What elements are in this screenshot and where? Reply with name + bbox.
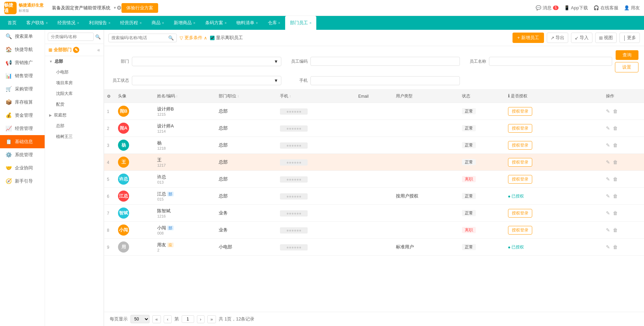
close-icon[interactable]: ×	[77, 21, 79, 25]
gear-icon[interactable]: ⚙	[117, 5, 121, 11]
online-service-btn[interactable]: 🎧 在线客服	[593, 5, 618, 11]
emp-code-input[interactable]	[310, 57, 460, 66]
dept-edit-icon[interactable]: ✎	[73, 47, 79, 53]
edit-icon[interactable]: ✎	[606, 210, 610, 216]
user-btn[interactable]: 👤 用友	[624, 5, 640, 11]
delete-icon[interactable]: 🗑	[613, 193, 618, 199]
auth-login-btn[interactable]: 授权登录	[508, 141, 532, 150]
sidebar-item-marketing[interactable]: 📢 营销推广	[0, 56, 45, 69]
import-btn[interactable]: ↙ 导入	[571, 33, 592, 43]
edit-icon[interactable]: ✎	[606, 108, 610, 114]
close-icon[interactable]: ×	[139, 21, 142, 25]
dept-item-shenyang[interactable]: 沈阳大库	[45, 88, 103, 99]
tab-barcode[interactable]: 条码方案 ×	[200, 16, 232, 30]
tab-operation[interactable]: 经营情况 ×	[53, 16, 84, 30]
status-select[interactable]: ▼	[132, 76, 281, 85]
dept-item-planting[interactable]: 植树王三	[45, 131, 103, 142]
more-btn[interactable]: │ 更多	[619, 33, 640, 43]
dept-select[interactable]: ▼	[132, 57, 281, 66]
tab-history[interactable]: 经营历程 ×	[115, 16, 146, 30]
export-btn[interactable]: ↗ 导出	[547, 33, 568, 43]
tab-goods[interactable]: 商品 ×	[147, 16, 169, 30]
sidebar-item-system[interactable]: ⚙️ 系统管理	[0, 148, 45, 161]
th-dept-position[interactable]: 部门/职位	[216, 90, 278, 103]
dept-all-label[interactable]: ⊞ 全部部门 ✎	[48, 47, 79, 53]
th-name-code[interactable]: 姓名/编码	[154, 90, 216, 103]
view-btn[interactable]: ⊞ 视图	[595, 33, 617, 43]
sidebar-item-finance[interactable]: 💰 资金管理	[0, 109, 45, 122]
tab-customer[interactable]: 客户联络 ×	[21, 16, 53, 30]
page-input[interactable]	[182, 315, 194, 323]
delete-icon[interactable]: 🗑	[613, 210, 618, 216]
auth-login-btn[interactable]: 授权登录	[508, 175, 532, 184]
close-icon[interactable]: ×	[309, 21, 311, 25]
auth-login-btn[interactable]: 授权登录	[508, 226, 532, 235]
sidebar-item-guide[interactable]: 🧭 新手引导	[0, 175, 45, 188]
last-page-btn[interactable]: »	[207, 315, 216, 323]
dept-item-project[interactable]: 项目库房	[45, 78, 103, 88]
sidebar-item-sales[interactable]: 📊 销售管理	[0, 69, 45, 82]
edit-icon[interactable]: ✎	[606, 125, 610, 131]
edit-icon[interactable]: ✎	[606, 176, 610, 182]
show-former-checkbox[interactable]	[210, 36, 215, 40]
dept-item-headquarters[interactable]: ▼ 总部	[45, 56, 103, 67]
dept-item-shuangtingxiang[interactable]: ▶双庭想	[45, 110, 103, 121]
delete-icon[interactable]: 🗑	[613, 125, 618, 131]
emp-name-input[interactable]	[489, 57, 612, 66]
sidebar-item-inventory[interactable]: 📦 库存核算	[0, 96, 45, 109]
sidebar-item-quick-nav[interactable]: 🏠 快捷导航	[0, 43, 45, 56]
tab-new-goods[interactable]: 新增商品 ×	[169, 16, 200, 30]
sidebar-item-basic[interactable]: 📋 基础信息	[0, 135, 45, 148]
auth-login-btn[interactable]: 授权登录	[508, 158, 532, 167]
tab-profit[interactable]: 利润报告 ×	[84, 16, 115, 30]
delete-icon[interactable]: 🗑	[613, 244, 618, 250]
close-icon[interactable]: ×	[193, 21, 195, 25]
delete-icon[interactable]: 🗑	[613, 142, 618, 148]
auth-login-btn[interactable]: 授权登录	[508, 124, 532, 133]
dept-collapse-btn[interactable]: «	[97, 47, 100, 53]
auth-login-btn[interactable]: 授权登录	[508, 107, 532, 116]
close-icon[interactable]: ×	[162, 21, 164, 25]
tab-bom[interactable]: 物料清单 ×	[232, 16, 263, 30]
edit-icon[interactable]: ✎	[606, 142, 610, 148]
trial-button[interactable]: 体验行业方案	[121, 3, 158, 13]
edit-icon[interactable]: ✎	[606, 159, 610, 165]
next-page-btn[interactable]: ›	[197, 315, 205, 323]
dept-search-icon[interactable]: 🔍	[95, 34, 101, 39]
add-employee-button[interactable]: + 新增员工	[513, 33, 544, 43]
app-download-btn[interactable]: 📱 App下载	[564, 5, 588, 11]
set-button[interactable]: 设置	[615, 62, 638, 72]
dept-search-input[interactable]	[48, 33, 94, 41]
sidebar-item-cooperation[interactable]: 🤝 企业协同	[0, 161, 45, 175]
tab-home[interactable]: 首页	[3, 16, 21, 30]
message-btn[interactable]: 💬 消息 5	[536, 5, 559, 11]
show-former-label[interactable]: 显示离职员工	[210, 35, 243, 41]
prev-page-btn[interactable]: ‹	[164, 315, 171, 323]
first-page-btn[interactable]: «	[152, 315, 161, 323]
th-phone[interactable]: 手机	[277, 90, 355, 103]
dept-item-small-elec[interactable]: 小电部	[45, 67, 103, 78]
edit-icon[interactable]: ✎	[606, 193, 610, 199]
sidebar-item-search[interactable]: 🔍 搜索菜单	[0, 30, 45, 43]
edit-icon[interactable]: ✎	[606, 244, 610, 250]
close-icon[interactable]: ×	[225, 21, 227, 25]
close-icon[interactable]: ×	[256, 21, 258, 25]
edit-icon[interactable]: ✎	[606, 227, 610, 233]
th-settings[interactable]: ⚙	[104, 90, 115, 103]
system-title-dropdown[interactable]: ▼	[113, 6, 117, 10]
auth-login-btn[interactable]: 授权登录	[508, 209, 532, 218]
sidebar-item-operation[interactable]: 📈 经营管理	[0, 122, 45, 135]
delete-icon[interactable]: 🗑	[613, 176, 618, 182]
query-button[interactable]: 查询	[616, 50, 638, 60]
dept-item-distribution[interactable]: 配货	[45, 99, 103, 110]
search-icon[interactable]: 🔍	[168, 35, 174, 41]
sidebar-item-purchase[interactable]: 🛒 采购管理	[0, 82, 45, 96]
page-size-select[interactable]: 50 20 100	[130, 315, 149, 323]
more-filter-btn[interactable]: ▽ 更多条件 ∧	[180, 35, 207, 41]
dept-item-hq2[interactable]: 总部	[45, 121, 103, 131]
close-icon[interactable]: ×	[46, 21, 48, 25]
delete-icon[interactable]: 🗑	[613, 159, 618, 165]
phone-filter-input[interactable]	[310, 76, 460, 85]
tab-dept-staff[interactable]: 部门员工 ×	[285, 16, 316, 30]
close-icon[interactable]: ×	[278, 21, 280, 25]
